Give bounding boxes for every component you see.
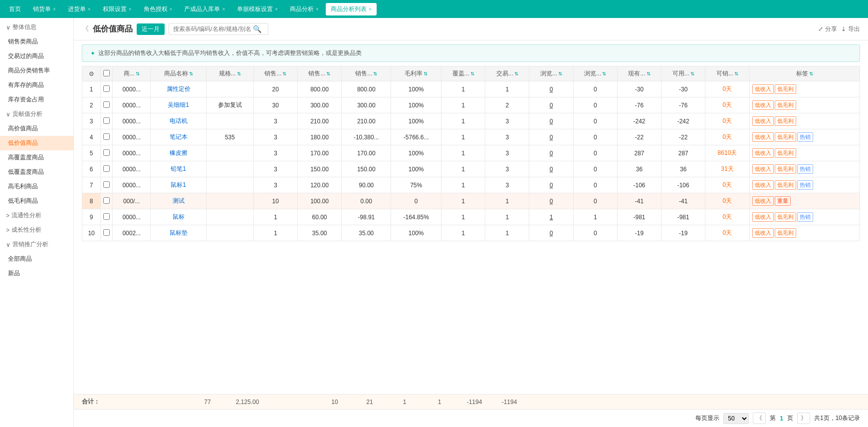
nav-product-analysis[interactable]: 商品分析× bbox=[285, 3, 324, 15]
collapse-button[interactable]: 《 bbox=[82, 24, 89, 33]
row-name[interactable]: 测试 bbox=[151, 193, 207, 209]
row-checkbox[interactable] bbox=[103, 101, 110, 108]
first-page-button[interactable]: 《 bbox=[753, 413, 766, 424]
sidebar-item-high-margin[interactable]: 高毛利商品 bbox=[0, 179, 73, 194]
sidebar-item-category-rate[interactable]: 商品分类销售率 bbox=[0, 63, 73, 78]
row-browse1[interactable]: 0 bbox=[529, 129, 573, 145]
sidebar-item-low-margin[interactable]: 低毛利商品 bbox=[0, 194, 73, 208]
row-name[interactable]: 属性定价 bbox=[151, 81, 207, 97]
row-name[interactable]: 鼠标垫 bbox=[151, 225, 207, 241]
row-name[interactable]: 鼠标1 bbox=[151, 177, 207, 193]
col-name[interactable]: 商品名称⇅ bbox=[151, 66, 207, 81]
row-checkbox[interactable] bbox=[103, 133, 110, 140]
sidebar-item-high-value[interactable]: 高价值商品 bbox=[0, 121, 73, 136]
col-code[interactable]: 商...⇅ bbox=[113, 66, 151, 81]
row-checkbox[interactable] bbox=[103, 213, 110, 220]
col-spec[interactable]: 规格...⇅ bbox=[206, 66, 253, 81]
row-browse1[interactable]: 0 bbox=[529, 193, 573, 209]
row-checkbox[interactable] bbox=[103, 149, 110, 156]
col-sales2[interactable]: 销售...⇅ bbox=[297, 66, 341, 81]
sidebar-item-high-coverage[interactable]: 高覆盖度商品 bbox=[0, 150, 73, 165]
col-sellable[interactable]: 可销...⇅ bbox=[705, 66, 749, 81]
sidebar-item-all-products[interactable]: 全部商品 bbox=[0, 252, 73, 266]
section-growth[interactable]: > 成长性分析 bbox=[0, 223, 73, 237]
row-browse1[interactable]: 0 bbox=[529, 113, 573, 129]
data-table: ⚙ 商...⇅ 商品名称⇅ 规格...⇅ 销售...⇅ 销售...⇅ 销售...… bbox=[82, 66, 860, 241]
col-cover[interactable]: 覆盖...⇅ bbox=[441, 66, 485, 81]
row-browse1[interactable]: 0 bbox=[529, 177, 573, 193]
row-browse1[interactable]: 0 bbox=[529, 81, 573, 97]
row-checkbox[interactable] bbox=[103, 181, 110, 188]
nav-analysis-list[interactable]: 商品分析列表× bbox=[326, 3, 377, 15]
sidebar-item-low-value[interactable]: 低价值商品 bbox=[0, 136, 73, 150]
section-circulation[interactable]: > 流通性分析 bbox=[0, 208, 73, 223]
nav-role-auth[interactable]: 角色授权× bbox=[139, 3, 178, 15]
nav-sales-order[interactable]: 销货单× bbox=[28, 3, 61, 15]
share-button[interactable]: ⤢ 分享 bbox=[818, 25, 837, 33]
row-name[interactable]: 铅笔1 bbox=[151, 161, 207, 177]
col-tags[interactable]: 标签⇅ bbox=[749, 66, 860, 81]
table-container[interactable]: ⚙ 商...⇅ 商品名称⇅ 规格...⇅ 销售...⇅ 销售...⇅ 销售...… bbox=[74, 66, 868, 394]
nav-close-sales[interactable]: × bbox=[53, 6, 56, 12]
select-all-checkbox[interactable] bbox=[103, 70, 110, 76]
section-marketing[interactable]: ∨ 营销推广分析 bbox=[0, 237, 73, 252]
row-name[interactable]: 鼠标 bbox=[151, 209, 207, 225]
row-code: 0000... bbox=[113, 161, 151, 177]
nav-home[interactable]: 首页 bbox=[4, 3, 26, 15]
row-browse1[interactable]: 0 bbox=[529, 161, 573, 177]
row-checkbox[interactable] bbox=[103, 229, 110, 236]
row-checkbox[interactable] bbox=[103, 165, 110, 172]
export-button[interactable]: ⤓ 导出 bbox=[841, 25, 860, 33]
row-name[interactable]: 橡皮擦 bbox=[151, 145, 207, 161]
row-margin: 100% bbox=[391, 161, 441, 177]
row-browse1[interactable]: 0 bbox=[529, 145, 573, 161]
search-icon[interactable]: 🔍 bbox=[253, 25, 261, 33]
tag: 低收入 bbox=[752, 228, 774, 238]
page-label: 第 bbox=[770, 414, 776, 423]
page-size-select[interactable]: 50 20 100 bbox=[723, 413, 749, 424]
nav-close-inbound[interactable]: × bbox=[222, 6, 225, 12]
sidebar-item-traded-products[interactable]: 交易过的商品 bbox=[0, 49, 73, 63]
sidebar-item-inventory-products[interactable]: 有库存的商品 bbox=[0, 78, 73, 92]
row-browse1[interactable]: 0 bbox=[529, 97, 573, 113]
row-browse1[interactable]: 0 bbox=[529, 225, 573, 241]
nav-product-inbound[interactable]: 产成品入库单× bbox=[179, 3, 230, 15]
row-checkbox[interactable] bbox=[103, 117, 110, 124]
row-checkbox[interactable] bbox=[103, 197, 110, 204]
nav-permission[interactable]: 权限设置× bbox=[98, 3, 137, 15]
nav-close-analysis[interactable]: × bbox=[316, 6, 319, 12]
col-settings[interactable]: ⚙ bbox=[82, 66, 101, 81]
col-margin[interactable]: 毛利率⇅ bbox=[391, 66, 441, 81]
next-page-button[interactable]: 》 bbox=[797, 413, 810, 424]
sidebar-item-inventory-capital[interactable]: 库存资金占用 bbox=[0, 92, 73, 107]
sidebar-item-sales-products[interactable]: 销售类商品 bbox=[0, 34, 73, 49]
search-input[interactable] bbox=[173, 25, 253, 32]
col-browse1[interactable]: 浏览...⇅ bbox=[529, 66, 573, 81]
row-sales3: -98.91 bbox=[342, 209, 391, 225]
row-name[interactable]: 电话机 bbox=[151, 113, 207, 129]
sidebar-item-low-coverage[interactable]: 低覆盖度商品 bbox=[0, 165, 73, 179]
col-sales3[interactable]: 销售...⇅ bbox=[342, 66, 391, 81]
content-area: 《 低价值商品 近一月 🔍 ⤢ 分享 ⤓ 导出 ✦ 这部分商品 bbox=[74, 18, 868, 427]
nav-close-role[interactable]: × bbox=[170, 6, 173, 12]
row-sales3: 0.00 bbox=[342, 193, 391, 209]
sidebar-item-new-products[interactable]: 新品 bbox=[0, 266, 73, 281]
nav-purchase-order[interactable]: 进货单× bbox=[63, 3, 96, 15]
section-contribution[interactable]: ∨ 贡献值分析 bbox=[0, 107, 73, 121]
nav-close-analysis-list[interactable]: × bbox=[369, 6, 372, 12]
row-name[interactable]: 吴细细1 bbox=[151, 97, 207, 113]
nav-close-permission[interactable]: × bbox=[129, 6, 132, 12]
col-available[interactable]: 可用...⇅ bbox=[661, 66, 705, 81]
nav-close-template[interactable]: × bbox=[275, 6, 278, 12]
filter-recent-month[interactable]: 近一月 bbox=[137, 23, 165, 35]
col-browse2[interactable]: 浏览...⇅ bbox=[573, 66, 617, 81]
section-overall[interactable]: ∨ 整体信息 bbox=[0, 20, 73, 34]
row-browse1[interactable]: 1 bbox=[529, 209, 573, 225]
col-current[interactable]: 现有...⇅ bbox=[617, 66, 661, 81]
row-name[interactable]: 笔记本 bbox=[151, 129, 207, 145]
col-trade[interactable]: 交易...⇅ bbox=[485, 66, 529, 81]
nav-template-settings[interactable]: 单据模板设置× bbox=[232, 3, 283, 15]
col-sales1[interactable]: 销售...⇅ bbox=[253, 66, 297, 81]
row-checkbox[interactable] bbox=[103, 85, 110, 92]
nav-close-purchase[interactable]: × bbox=[88, 6, 91, 12]
